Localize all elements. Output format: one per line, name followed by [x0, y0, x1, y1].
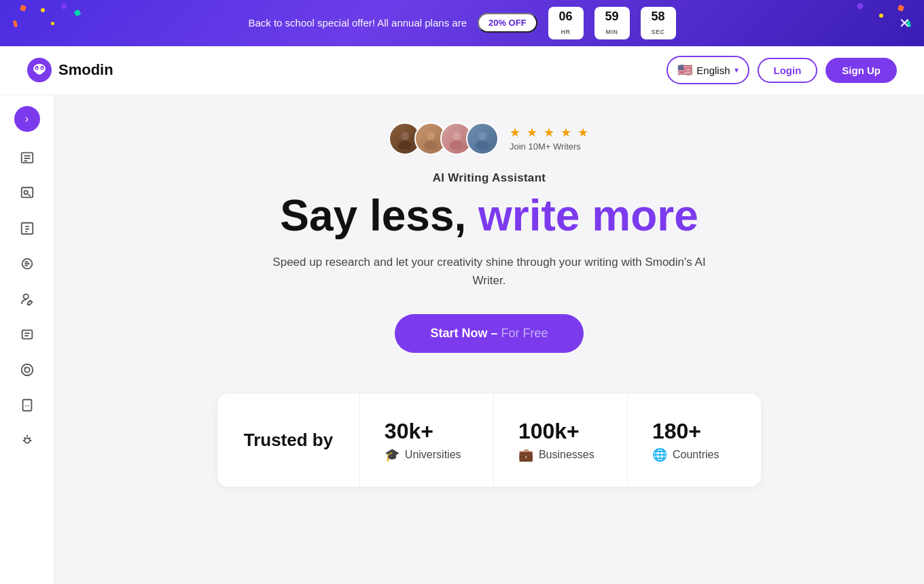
svg-line-12	[28, 194, 30, 196]
svg-point-25	[21, 364, 33, 375]
stat-universities: 30k+ 🎓 Universities	[360, 394, 494, 486]
sidebar-item-audio[interactable]	[12, 355, 42, 385]
hero-title-plain: Say less,	[280, 191, 478, 240]
discount-badge[interactable]: 20% OFF	[478, 13, 537, 33]
sidebar-expand-button[interactable]: ›	[14, 106, 40, 132]
svg-point-43	[478, 132, 486, 140]
svg-point-37	[401, 132, 409, 140]
logo-icon	[27, 58, 52, 82]
hero-title-highlight: write more	[478, 191, 698, 240]
stat-businesses: 100k+ 💼 Businesses	[494, 394, 628, 486]
main-content: ★ ★ ★ ★ ★ Join 10M+ Writers AI Writing A…	[54, 95, 924, 584]
stat-countries-label: Countries	[673, 449, 719, 461]
page-wrapper: ›	[0, 95, 924, 584]
sidebar-item-user-edit[interactable]	[12, 284, 42, 314]
login-button[interactable]: Login	[758, 58, 818, 83]
promo-banner: Back to school special offer! All annual…	[0, 0, 924, 46]
timer-hours: 06 HR	[548, 7, 584, 39]
svg-point-29	[25, 405, 26, 407]
join-writers-text: Join 10M+ Writers	[510, 141, 581, 152]
avatar-stack	[389, 122, 499, 155]
stats-row: Trusted by 30k+ 🎓 Universities 100k+ 💼 B…	[217, 394, 761, 486]
stat-businesses-number: 100k+	[518, 418, 580, 444]
svg-point-27	[24, 366, 26, 368]
banner-text: Back to school special offer! All annual…	[248, 17, 467, 29]
svg-point-44	[476, 141, 489, 150]
universities-icon: 🎓	[385, 447, 399, 462]
star-rating: ★ ★ ★ ★ ★	[510, 125, 590, 140]
svg-rect-28	[22, 399, 31, 411]
timer-minutes: 59 MIN	[594, 7, 630, 39]
language-label: English	[696, 65, 730, 76]
hero-headline: Say less, write more	[280, 192, 698, 239]
language-selector[interactable]: 🇺🇸 English ▾	[667, 56, 749, 84]
svg-point-38	[398, 141, 412, 150]
stat-universities-number: 30k+	[385, 418, 433, 444]
sidebar-item-search[interactable]	[12, 178, 42, 208]
svg-point-11	[24, 190, 28, 194]
sidebar-item-magic[interactable]	[12, 426, 42, 456]
hero-description: Speed up research and let your creativit…	[265, 253, 713, 290]
svg-point-21	[23, 294, 28, 298]
cta-free-text: For Free	[498, 326, 548, 340]
sidebar-item-text[interactable]	[12, 320, 42, 349]
svg-point-5	[41, 67, 43, 69]
svg-point-4	[36, 67, 37, 69]
stat-countries: 180+ 🌐 Countries	[628, 394, 761, 486]
stat-universities-label: Universities	[405, 449, 461, 461]
hero-subtitle: AI Writing Assistant	[433, 171, 546, 185]
logo-link[interactable]: Smodin	[27, 58, 113, 82]
sidebar-item-writing[interactable]	[12, 143, 42, 173]
timer-seconds: 58 SEC	[641, 7, 676, 39]
stat-businesses-label: Businesses	[539, 449, 594, 461]
sidebar-item-checklist[interactable]	[12, 213, 42, 243]
sidebar-item-book[interactable]	[12, 390, 42, 420]
trusted-by-label: Trusted by	[217, 394, 360, 486]
svg-point-41	[452, 132, 461, 140]
svg-point-36	[24, 438, 29, 443]
svg-point-30	[27, 405, 29, 407]
nav-actions: 🇺🇸 English ▾ Login Sign Up	[667, 56, 897, 84]
svg-point-40	[424, 141, 438, 150]
avatar-4	[466, 122, 499, 155]
countries-icon: 🌐	[652, 447, 667, 462]
social-proof-row: ★ ★ ★ ★ ★ Join 10M+ Writers	[389, 122, 590, 155]
chevron-down-icon: ▾	[734, 65, 739, 75]
stat-countries-number: 180+	[652, 418, 701, 444]
svg-rect-22	[22, 330, 32, 339]
hero-section: ★ ★ ★ ★ ★ Join 10M+ Writers AI Writing A…	[217, 122, 761, 487]
svg-point-39	[427, 132, 435, 140]
start-now-button[interactable]: Start Now – For Free	[395, 314, 583, 353]
banner-close-button[interactable]: ✕	[899, 16, 910, 30]
flag-icon: 🇺🇸	[677, 63, 692, 78]
navbar: Smodin 🇺🇸 English ▾ Login Sign Up	[0, 46, 924, 95]
sidebar-item-document[interactable]	[12, 249, 42, 279]
signup-button[interactable]: Sign Up	[825, 58, 897, 83]
businesses-icon: 💼	[518, 447, 533, 462]
logo-text: Smodin	[58, 61, 113, 79]
cta-main-text: Start Now –	[430, 326, 497, 340]
rating-block: ★ ★ ★ ★ ★ Join 10M+ Writers	[510, 125, 590, 152]
sidebar: ›	[0, 95, 54, 584]
svg-point-42	[450, 141, 463, 150]
chevron-right-icon: ›	[25, 113, 29, 125]
